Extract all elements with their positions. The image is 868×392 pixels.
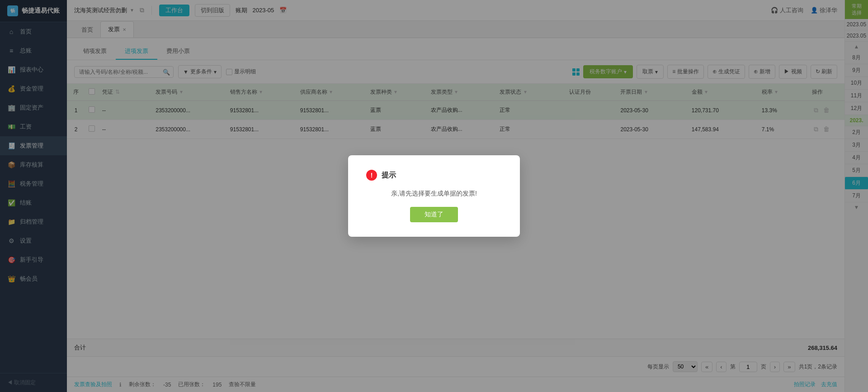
dialog-confirm-button[interactable]: 知道了 (410, 207, 458, 222)
dialog-message: 亲,请先选择要生成单据的发票! (387, 190, 481, 198)
dialog-title-row: ! 提示 (366, 170, 396, 181)
dialog-overlay: ! 提示 亲,请先选择要生成单据的发票! 知道了 (0, 0, 868, 392)
dialog-title: 提示 (382, 171, 396, 180)
dialog-warn-icon: ! (366, 170, 377, 181)
alert-dialog: ! 提示 亲,请先选择要生成单据的发票! 知道了 (348, 155, 520, 237)
